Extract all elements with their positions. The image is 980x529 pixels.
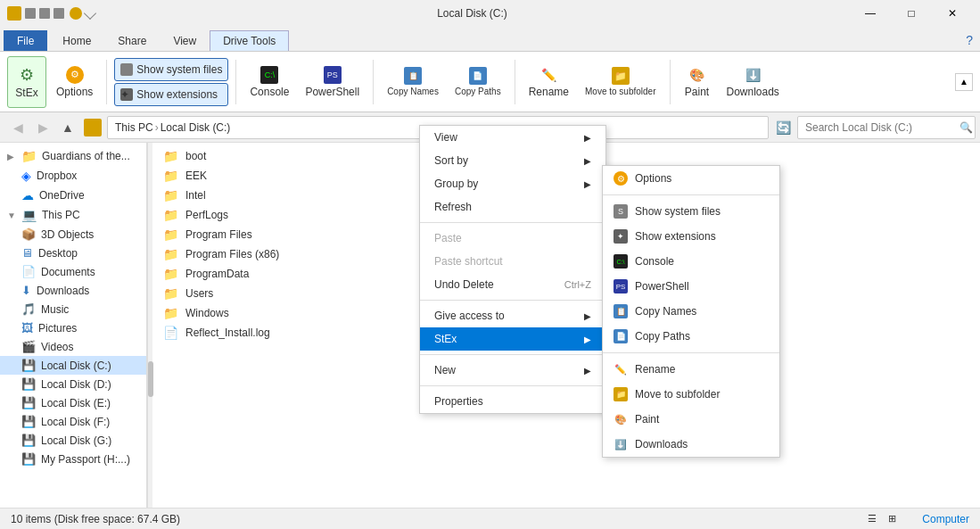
file-name-users: Users: [185, 287, 213, 300]
quick-access-icon2: [39, 8, 50, 19]
sidebar-scroll-thumb[interactable]: [148, 361, 153, 397]
cm-give-access[interactable]: Give access to ▶: [420, 304, 605, 327]
cm-groupby-arrow: ▶: [584, 179, 591, 189]
move-icon: 📁: [612, 67, 630, 85]
paint-button[interactable]: 🎨 Paint: [678, 56, 717, 108]
back-button[interactable]: ◀: [7, 117, 29, 138]
sidebar-label-localf: Local Disk (F:): [41, 416, 110, 428]
rename-button[interactable]: ✏️ Rename: [523, 56, 575, 108]
computer-link[interactable]: Computer: [922, 513, 969, 525]
cm-sortby[interactable]: Sort by ▶: [420, 149, 605, 172]
disk-c-icon: 💾: [21, 359, 36, 372]
ribbon-collapse-button[interactable]: ▲: [955, 73, 973, 91]
copy-names-icon: 📋: [404, 67, 422, 85]
sub-cm-paint[interactable]: 🎨 Paint: [603, 407, 779, 432]
ribbon-tabs: File Home Share View Drive Tools ?: [0, 27, 980, 52]
sub-console-icon: C:\: [614, 254, 628, 269]
sidebar-item-desktop[interactable]: 🖥 Desktop: [0, 244, 146, 262]
tab-view[interactable]: View: [160, 30, 210, 51]
move-to-subfolder-button[interactable]: 📁 Move to subfolder: [579, 56, 663, 108]
tab-file[interactable]: File: [4, 30, 47, 51]
ribbon-toolbar: ⚙ StEx ⚙ Options Show system files ✦ Sho…: [0, 52, 980, 112]
cm-properties[interactable]: Properties: [420, 390, 605, 413]
sidebar-label-onedrive: OneDrive: [39, 189, 85, 202]
sub-cm-show-ext[interactable]: ✦ Show extensions: [603, 224, 779, 249]
sidebar-item-locald[interactable]: 💾 Local Disk (D:): [0, 375, 146, 393]
downloads-ribbon-button[interactable]: ⬇️ Downloads: [721, 56, 786, 108]
disk-f-icon: 💾: [21, 415, 36, 428]
sidebar-item-locale[interactable]: 💾 Local Disk (E:): [0, 393, 146, 412]
sub-cm-options[interactable]: ⚙ Options: [603, 166, 779, 191]
sidebar-item-pictures[interactable]: 🖼 Pictures: [0, 318, 146, 337]
sub-sep2: [603, 352, 779, 353]
cm-paste-shortcut-label: Paste shortcut: [434, 255, 503, 268]
sidebar-item-downloads[interactable]: ⬇ Downloads: [0, 281, 146, 300]
cm-new[interactable]: New ▶: [420, 359, 605, 382]
stex-button[interactable]: ⚙ StEx: [7, 56, 46, 108]
sub-cm-move-subfolder[interactable]: 📁 Move to subfolder: [603, 382, 779, 407]
view-tiles-button[interactable]: ⊞: [883, 510, 901, 528]
search-input[interactable]: [797, 116, 976, 139]
forward-button[interactable]: ▶: [32, 117, 54, 138]
sub-cm-downloads[interactable]: ⬇️ Downloads: [603, 432, 779, 457]
tab-manage[interactable]: Drive Tools: [210, 30, 289, 51]
sidebar-item-documents[interactable]: 📄 Documents: [0, 262, 146, 281]
folder-icon-windows: 📁: [163, 306, 178, 320]
cm-sep3: [420, 354, 605, 355]
maximize-button[interactable]: □: [891, 0, 932, 27]
separator2: [235, 60, 236, 104]
view-details-button[interactable]: ☰: [863, 510, 881, 528]
minimize-button[interactable]: —: [850, 0, 891, 27]
sidebar-item-dropbox[interactable]: ◈ Dropbox: [0, 166, 146, 186]
sub-cm-powershell[interactable]: PS PowerShell: [603, 274, 779, 299]
close-button[interactable]: ✕: [932, 0, 973, 27]
sidebar-item-localc[interactable]: 💾 Local Disk (C:): [0, 356, 146, 375]
cm-give-access-label: Give access to: [434, 310, 505, 322]
cm-refresh[interactable]: Refresh: [420, 195, 605, 219]
sidebar-item-localg[interactable]: 💾 Local Disk (G:): [0, 431, 146, 450]
console-button[interactable]: C:\ Console: [243, 56, 295, 108]
sub-cm-copy-paths[interactable]: 📄 Copy Paths: [603, 324, 779, 349]
disk-e-icon: 💾: [21, 396, 36, 409]
help-button[interactable]: ?: [959, 29, 980, 51]
cm-sep2: [420, 300, 605, 301]
cm-stex[interactable]: StEx ▶: [420, 327, 605, 351]
sub-cm-copy-names[interactable]: 📋 Copy Names: [603, 299, 779, 324]
sub-cm-rename[interactable]: ✏️ Rename: [603, 357, 779, 382]
cm-undo-delete[interactable]: Undo Delete Ctrl+Z: [420, 273, 605, 296]
copy-names-button[interactable]: 📋 Copy Names: [381, 56, 445, 108]
sub-copynames-icon: 📋: [614, 304, 628, 318]
options-button[interactable]: ⚙ Options: [50, 56, 99, 108]
videos-icon: 🎬: [21, 340, 36, 353]
show-extensions-button[interactable]: ✦ Show extensions: [114, 83, 228, 106]
powershell-icon: PS: [324, 66, 342, 84]
search-submit-button[interactable]: 🔍: [959, 121, 973, 134]
cm-view[interactable]: View ▶: [420, 126, 605, 149]
cm-paste-shortcut: Paste shortcut: [420, 250, 605, 273]
sidebar-label-thispc: This PC: [42, 209, 80, 221]
copy-paths-button[interactable]: 📄 Copy Paths: [449, 56, 507, 108]
show-system-files-button[interactable]: Show system files: [114, 58, 228, 81]
sidebar-item-passport[interactable]: 💾 My Passport (H:...): [0, 450, 146, 468]
title-bar-icons: [7, 6, 95, 21]
cm-groupby[interactable]: Group by ▶: [420, 172, 605, 195]
sub-cm-show-system[interactable]: S Show system files: [603, 199, 779, 224]
powershell-button[interactable]: PS PowerShell: [299, 56, 366, 108]
sidebar-item-videos[interactable]: 🎬 Videos: [0, 337, 146, 356]
sidebar-scrollbar[interactable]: [147, 143, 152, 508]
refresh-button[interactable]: 🔄: [772, 117, 794, 138]
sub-cm-console[interactable]: C:\ Console: [603, 249, 779, 274]
sidebar-item-onedrive[interactable]: ☁ OneDrive: [0, 186, 146, 205]
sidebar-item-music[interactable]: 🎵 Music: [0, 300, 146, 318]
sidebar-item-localf[interactable]: 💾 Local Disk (F:): [0, 412, 146, 431]
sidebar-item-3dobjects[interactable]: 📦 3D Objects: [0, 225, 146, 244]
sidebar-item-thispc[interactable]: ▼ 💻 This PC: [0, 205, 146, 225]
sidebar-item-guardians[interactable]: ▶ 📁 Guardians of the...: [0, 146, 146, 166]
window-controls: — □ ✕: [850, 0, 973, 27]
up-button[interactable]: ▲: [57, 117, 78, 138]
separator5: [670, 60, 671, 104]
tab-share[interactable]: Share: [104, 30, 160, 51]
file-icon-reflectlog: 📄: [163, 326, 178, 340]
tab-home[interactable]: Home: [49, 30, 104, 51]
dropbox-icon: ◈: [21, 169, 31, 183]
